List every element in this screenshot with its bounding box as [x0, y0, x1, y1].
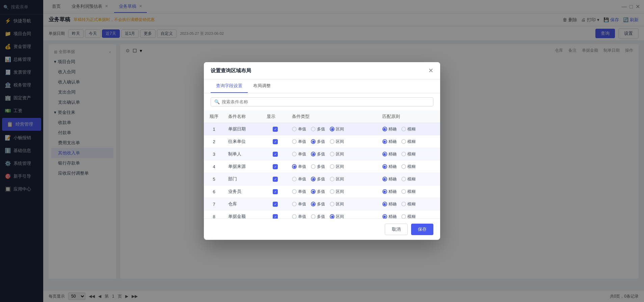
checkbox-show[interactable]: ✓	[273, 214, 278, 219]
cell-show[interactable]: ✓	[263, 210, 288, 219]
radio-type-区间[interactable]: 区间	[330, 139, 344, 145]
cell-type: 单值 多值 区间	[288, 160, 378, 173]
checkbox-show[interactable]: ✓	[273, 202, 278, 207]
modal-title: 设置查询区域布局	[211, 68, 251, 74]
save-button[interactable]: 保存	[411, 224, 433, 235]
radio-match-模糊[interactable]: 模糊	[401, 126, 415, 132]
radio-type-区间[interactable]: 区间	[330, 214, 344, 219]
cell-show[interactable]: ✓	[263, 185, 288, 198]
radio-type-多值[interactable]: 多值	[311, 176, 325, 182]
modal-overlay[interactable]: 设置查询区域布局 ✕ 查询字段设置 布局调整 🔍 顺序 条件名称 显示 条件类型	[0, 0, 644, 302]
radio-match-模糊[interactable]: 模糊	[401, 201, 415, 207]
checkbox-show[interactable]: ✓	[273, 127, 278, 132]
cancel-button[interactable]: 取消	[385, 224, 408, 235]
tab-query-fields[interactable]: 查询字段设置	[211, 79, 248, 93]
modal-dialog: 设置查询区域布局 ✕ 查询字段设置 布局调整 🔍 顺序 条件名称 显示 条件类型	[204, 62, 440, 240]
checkbox-show[interactable]: ✓	[273, 152, 278, 157]
radio-match-模糊[interactable]: 模糊	[401, 189, 415, 195]
col-type: 条件类型	[288, 110, 378, 123]
cell-show[interactable]: ✓	[263, 198, 288, 210]
cell-show[interactable]: ✓	[263, 135, 288, 148]
cell-match: 精确 模糊	[378, 210, 440, 219]
cell-order: 6	[204, 185, 224, 198]
radio-type-单值[interactable]: 单值	[292, 214, 306, 219]
cell-match: 精确 模糊	[378, 135, 440, 148]
tab-layout[interactable]: 布局调整	[248, 79, 276, 93]
radio-type-区间[interactable]: 区间	[330, 189, 344, 195]
table-row: 3 制单人 ✓ 单值 多值 区间 精确 模糊	[204, 148, 440, 160]
radio-match-精确[interactable]: 精确	[382, 151, 397, 157]
cell-name: 单据来源	[224, 160, 263, 173]
cell-type: 单值 多值 区间	[288, 148, 378, 160]
cell-name: 往来单位	[224, 135, 263, 148]
modal-search-box: 🔍	[211, 97, 433, 106]
col-show: 显示	[263, 110, 288, 123]
radio-type-多值[interactable]: 多值	[311, 151, 325, 157]
cell-name: 单据金额	[224, 210, 263, 219]
col-name: 条件名称	[224, 110, 263, 123]
radio-type-单值[interactable]: 单值	[292, 126, 306, 132]
radio-type-单值[interactable]: 单值	[292, 164, 306, 170]
cell-type: 单值 多值 区间	[288, 198, 378, 210]
radio-match-精确[interactable]: 精确	[382, 176, 397, 182]
table-row: 7 仓库 ✓ 单值 多值 区间 精确 模糊	[204, 198, 440, 210]
modal-table-wrapper: 顺序 条件名称 显示 条件类型 匹配原则 1 单据日期 ✓ 单值 多值 区间 精…	[204, 110, 440, 219]
cell-type: 单值 多值 区间	[288, 173, 378, 185]
radio-type-多值[interactable]: 多值	[311, 189, 325, 195]
checkbox-show[interactable]: ✓	[273, 164, 278, 169]
radio-type-单值[interactable]: 单值	[292, 189, 306, 195]
radio-type-多值[interactable]: 多值	[311, 139, 325, 145]
cell-show[interactable]: ✓	[263, 148, 288, 160]
cell-show[interactable]: ✓	[263, 160, 288, 173]
radio-match-精确[interactable]: 精确	[382, 126, 397, 132]
checkbox-show[interactable]: ✓	[273, 177, 278, 182]
cell-name: 业务员	[224, 185, 263, 198]
radio-match-模糊[interactable]: 模糊	[401, 139, 415, 145]
radio-match-精确[interactable]: 精确	[382, 139, 397, 145]
radio-type-区间[interactable]: 区间	[330, 201, 344, 207]
radio-match-精确[interactable]: 精确	[382, 164, 397, 170]
radio-type-区间[interactable]: 区间	[330, 176, 344, 182]
radio-match-精确[interactable]: 精确	[382, 214, 397, 219]
modal-search-input[interactable]	[222, 99, 430, 104]
cell-order: 5	[204, 173, 224, 185]
radio-match-精确[interactable]: 精确	[382, 189, 397, 195]
cell-order: 8	[204, 210, 224, 219]
cell-show[interactable]: ✓	[263, 173, 288, 185]
cell-show[interactable]: ✓	[263, 123, 288, 135]
cell-order: 2	[204, 135, 224, 148]
checkbox-show[interactable]: ✓	[273, 139, 278, 144]
cell-name: 部门	[224, 173, 263, 185]
cell-match: 精确 模糊	[378, 123, 440, 135]
radio-type-区间[interactable]: 区间	[330, 151, 344, 157]
cell-match: 精确 模糊	[378, 198, 440, 210]
radio-type-多值[interactable]: 多值	[311, 214, 325, 219]
modal-search-icon: 🔍	[214, 99, 220, 104]
radio-type-多值[interactable]: 多值	[311, 126, 325, 132]
radio-type-单值[interactable]: 单值	[292, 201, 306, 207]
radio-type-单值[interactable]: 单值	[292, 139, 306, 145]
modal-close-button[interactable]: ✕	[428, 67, 433, 74]
checkbox-show[interactable]: ✓	[273, 189, 278, 194]
radio-match-模糊[interactable]: 模糊	[401, 214, 415, 219]
radio-match-模糊[interactable]: 模糊	[401, 176, 415, 182]
radio-match-精确[interactable]: 精确	[382, 201, 397, 207]
radio-type-多值[interactable]: 多值	[311, 164, 325, 170]
cell-type: 单值 多值 区间	[288, 135, 378, 148]
table-row: 8 单据金额 ✓ 单值 多值 区间 精确 模糊	[204, 210, 440, 219]
cell-name: 单据日期	[224, 123, 263, 135]
radio-type-单值[interactable]: 单值	[292, 151, 306, 157]
radio-match-模糊[interactable]: 模糊	[401, 164, 415, 170]
modal-table-body: 1 单据日期 ✓ 单值 多值 区间 精确 模糊 2 往来单位 ✓ 单值 多值 区…	[204, 123, 440, 219]
radio-type-多值[interactable]: 多值	[311, 201, 325, 207]
radio-match-模糊[interactable]: 模糊	[401, 151, 415, 157]
radio-type-区间[interactable]: 区间	[330, 164, 344, 170]
cell-order: 4	[204, 160, 224, 173]
radio-type-单值[interactable]: 单值	[292, 176, 306, 182]
cell-match: 精确 模糊	[378, 148, 440, 160]
cell-type: 单值 多值 区间	[288, 123, 378, 135]
cell-match: 精确 模糊	[378, 173, 440, 185]
modal-table: 顺序 条件名称 显示 条件类型 匹配原则 1 单据日期 ✓ 单值 多值 区间 精…	[204, 110, 440, 219]
radio-type-区间[interactable]: 区间	[330, 126, 344, 132]
table-row: 5 部门 ✓ 单值 多值 区间 精确 模糊	[204, 173, 440, 185]
